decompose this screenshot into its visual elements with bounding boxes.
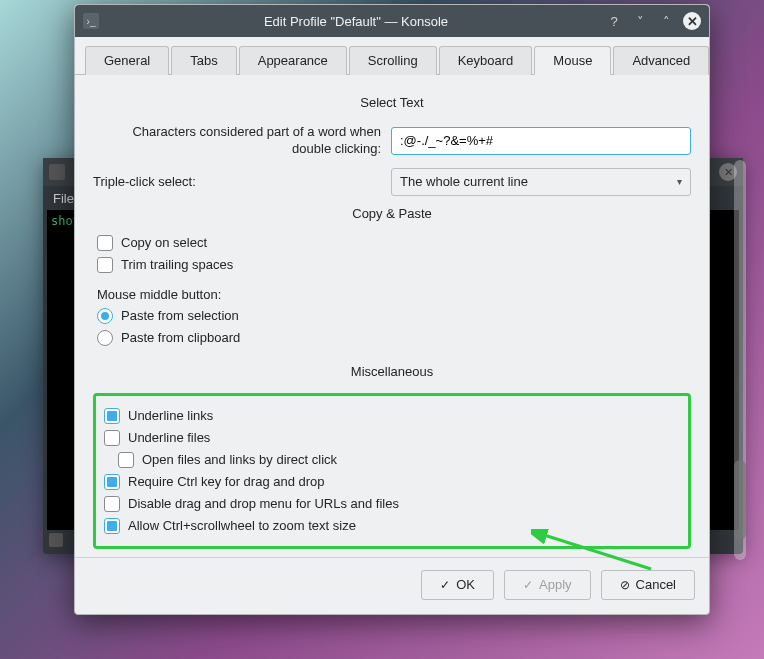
window-title: Edit Profile "Default" — Konsole (107, 14, 605, 29)
open-direct-label: Open files and links by direct click (142, 452, 337, 467)
tab-tabs[interactable]: Tabs (171, 46, 236, 75)
terminal-icon (49, 533, 63, 547)
underline-links-checkbox[interactable] (104, 408, 120, 424)
edit-profile-dialog: ›_ Edit Profile "Default" — Konsole ? ˅ … (74, 4, 710, 615)
underline-links-label: Underline links (128, 408, 213, 423)
require-ctrl-label: Require Ctrl key for drag and drop (128, 474, 325, 489)
tab-appearance[interactable]: Appearance (239, 46, 347, 75)
tab-advanced[interactable]: Advanced (613, 46, 709, 75)
ok-button[interactable]: ✓ OK (421, 570, 494, 600)
paste-clipboard-label: Paste from clipboard (121, 330, 240, 345)
tab-bar: General Tabs Appearance Scrolling Keyboa… (75, 37, 709, 75)
tab-general[interactable]: General (85, 46, 169, 75)
disable-dnd-label: Disable drag and drop menu for URLs and … (128, 496, 399, 511)
trim-trailing-label: Trim trailing spaces (121, 257, 233, 272)
minimize-icon[interactable]: ˅ (631, 12, 649, 30)
tab-panel-mouse: Select Text Characters considered part o… (75, 75, 709, 557)
apply-button[interactable]: ✓ Apply (504, 570, 591, 600)
titlebar[interactable]: ›_ Edit Profile "Default" — Konsole ? ˅ … (75, 5, 709, 37)
triple-click-value: The whole current line (400, 174, 528, 189)
chevron-down-icon: ▾ (677, 176, 682, 187)
cancel-label: Cancel (636, 577, 676, 592)
copy-on-select-label: Copy on select (121, 235, 207, 250)
bg-scrollbar (734, 160, 746, 560)
allow-scroll-zoom-label: Allow Ctrl+scrollwheel to zoom text size (128, 518, 356, 533)
section-select-text: Select Text (93, 95, 691, 110)
bg-scrollbar-thumb (734, 460, 746, 540)
tab-mouse[interactable]: Mouse (534, 46, 611, 75)
middle-button-label: Mouse middle button: (97, 287, 691, 302)
cancel-icon: ⊘ (620, 578, 630, 592)
dialog-footer: ✓ OK ✓ Apply ⊘ Cancel (75, 557, 709, 614)
triple-click-select[interactable]: The whole current line ▾ (391, 168, 691, 196)
paste-selection-radio[interactable] (97, 308, 113, 324)
check-icon: ✓ (440, 578, 450, 592)
terminal-icon (49, 164, 65, 180)
ok-label: OK (456, 577, 475, 592)
word-chars-label: Characters considered part of a word whe… (93, 124, 391, 158)
triple-click-label: Triple-click select: (93, 174, 391, 189)
copy-on-select-checkbox[interactable] (97, 235, 113, 251)
underline-files-checkbox[interactable] (104, 430, 120, 446)
disable-dnd-checkbox[interactable] (104, 496, 120, 512)
cancel-button[interactable]: ⊘ Cancel (601, 570, 695, 600)
check-icon: ✓ (523, 578, 533, 592)
open-direct-checkbox[interactable] (118, 452, 134, 468)
paste-clipboard-radio[interactable] (97, 330, 113, 346)
paste-selection-label: Paste from selection (121, 308, 239, 323)
tab-scrolling[interactable]: Scrolling (349, 46, 437, 75)
apply-label: Apply (539, 577, 572, 592)
tab-keyboard[interactable]: Keyboard (439, 46, 533, 75)
maximize-icon[interactable]: ˄ (657, 12, 675, 30)
annotation-highlight-box: Underline links Underline files Open fil… (93, 393, 691, 549)
word-chars-input[interactable] (391, 127, 691, 155)
require-ctrl-checkbox[interactable] (104, 474, 120, 490)
window-icon: ›_ (83, 13, 99, 29)
section-copy-paste: Copy & Paste (93, 206, 691, 221)
help-icon[interactable]: ? (605, 12, 623, 30)
allow-scroll-zoom-checkbox[interactable] (104, 518, 120, 534)
trim-trailing-checkbox[interactable] (97, 257, 113, 273)
close-icon[interactable]: ✕ (683, 12, 701, 30)
section-misc: Miscellaneous (93, 364, 691, 379)
underline-files-label: Underline files (128, 430, 210, 445)
